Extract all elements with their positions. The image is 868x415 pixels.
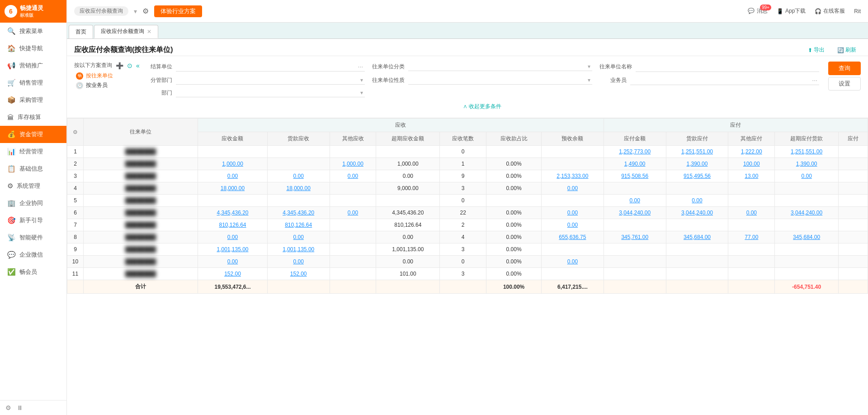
row-recv-goods-1 <box>267 158 330 170</box>
search-icon: 🔍 <box>7 27 16 35</box>
salesman-input[interactable]: ··· <box>630 76 819 85</box>
filter-collapse-scheme-icon[interactable]: « <box>136 62 140 69</box>
breadcrumb-chevron-icon[interactable]: ▾ <box>134 8 137 15</box>
row-pay-goods-6 <box>666 219 728 231</box>
row-num-9: 10 <box>67 256 84 268</box>
sidebar-item-purchase[interactable]: 📦 采购管理 <box>0 91 66 109</box>
scheme-by-partner[interactable]: 畅 按往来单位 <box>76 71 140 81</box>
department-select[interactable]: ▾ <box>176 89 365 97</box>
table-footer-row: 合计 19,553,472,6... 100.00% 6,417,215....… <box>67 280 868 294</box>
row-recv-prepay-9: 0.00 <box>541 256 604 268</box>
user-name[interactable]: Rit <box>854 8 861 14</box>
row-recv-ratio-1: 0.00% <box>486 158 542 170</box>
sidebar-settings-btn[interactable]: ⚙ <box>5 404 11 411</box>
th-recv-ratio: 应收款占比 <box>486 132 542 146</box>
row-recv-count-8: 3 <box>440 243 486 256</box>
partner-name-input[interactable] <box>636 62 819 72</box>
row-recv-ratio-5: 0.00% <box>486 207 542 219</box>
online-service-btn[interactable]: 🎧 在线客服 <box>815 7 845 15</box>
sidebar-label-inventory: 库存核算 <box>18 113 41 121</box>
scheme-salesman-label: 按业务员 <box>86 81 108 89</box>
partner-nature-select[interactable]: ▾ <box>408 76 592 85</box>
tab-close-icon[interactable]: ✕ <box>147 29 151 35</box>
row-recv-ratio-7: 0.00% <box>486 231 542 243</box>
operation-icon: 📊 <box>7 148 16 156</box>
sidebar-item-system[interactable]: ⚙ 系统管理 <box>0 177 66 195</box>
row-partner-4: ████████ <box>84 195 198 207</box>
th-settings[interactable]: ⚙ <box>67 119 84 146</box>
dept-select[interactable]: ▾ <box>176 76 365 85</box>
row-pay-amount-6 <box>604 219 666 231</box>
promo-button[interactable]: 体验行业方案 <box>154 5 202 17</box>
tab-home[interactable]: 首页 <box>69 25 93 38</box>
collapse-bar[interactable]: ∧ 收起更多条件 <box>145 101 819 112</box>
row-recv-count-7: 4 <box>440 231 486 243</box>
row-num-8: 9 <box>67 243 84 256</box>
sidebar-item-quick[interactable]: 🏠 快捷导航 <box>0 40 66 57</box>
row-recv-count-9: 0 <box>440 256 486 268</box>
app-download-btn[interactable]: 📱 App下载 <box>777 7 806 15</box>
scheme-by-salesman[interactable]: 🕐 按业务员 <box>76 81 140 90</box>
row-pay-extra-5 <box>839 207 868 219</box>
sidebar-item-sales[interactable]: 🛒 销售管理 <box>0 74 66 91</box>
system-icon: ⚙ <box>7 182 13 190</box>
footer-label: 合计 <box>84 280 198 294</box>
row-pay-extra-2 <box>839 170 868 182</box>
th-pay-overdue: 超期应付货款 <box>775 132 839 146</box>
sidebar-item-marketing[interactable]: 📢 营销推广 <box>0 57 66 74</box>
salesman-dotted-icon[interactable]: ··· <box>812 76 817 84</box>
refresh-icon: 🔄 <box>837 47 844 53</box>
sidebar-item-member[interactable]: ✅ 畅会员 <box>0 263 66 281</box>
table-settings-icon[interactable]: ⚙ <box>73 129 78 135</box>
sidebar-item-guide[interactable]: 🎯 新手引导 <box>0 212 66 229</box>
row-recv-prepay-3: 0.00 <box>541 182 604 195</box>
sidebar-item-wechat[interactable]: 💬 企业微信 <box>0 246 66 263</box>
settlement-input[interactable]: ··· <box>176 62 365 72</box>
row-num-2: 3 <box>67 170 84 182</box>
tab-receivable[interactable]: 应收应付余额查询 ✕ <box>94 25 158 38</box>
footer-pay-overdue: -654,751.40 <box>775 280 839 294</box>
sidebar-item-hardware[interactable]: 📡 智能硬件 <box>0 229 66 246</box>
query-button[interactable]: 查询 <box>828 62 861 75</box>
breadcrumb: 应收应付余额查询 <box>74 6 128 16</box>
row-pay-extra-10 <box>839 268 868 280</box>
filter-settings-scheme-icon[interactable]: ⊙ <box>127 62 132 69</box>
th-recv-amount: 应收金额 <box>198 132 268 146</box>
sidebar-collapse-btn[interactable]: ⏸ <box>17 404 23 411</box>
row-pay-overdue-7: 345,684.00 <box>775 231 839 243</box>
export-button[interactable]: ⬆ 导出 <box>803 44 829 56</box>
refresh-button[interactable]: 🔄 刷新 <box>833 44 861 56</box>
partner-name-label: 往来单位名称 <box>599 63 632 71</box>
row-recv-goods-4 <box>267 195 330 207</box>
sidebar-item-inventory[interactable]: 🏛 库存核算 <box>0 109 66 126</box>
settlement-dotted-icon[interactable]: ··· <box>358 63 363 70</box>
row-pay-amount-0: 1,252,773.00 <box>604 146 666 158</box>
sidebar: 6 畅捷通灵 标准版 🔍 搜索菜单 🏠 快捷导航 📢 营销推广 🛒 销售管理 📦… <box>0 0 67 415</box>
sidebar-item-basic[interactable]: 📋 基础信息 <box>0 160 66 177</box>
sidebar-item-operation[interactable]: 📊 经营管理 <box>0 143 66 160</box>
service-icon: 🎧 <box>815 8 821 14</box>
table-row: 4 ████████ 18,000.00 18,000.00 9,000.00 … <box>67 182 868 195</box>
row-pay-amount-9 <box>604 256 666 268</box>
table-row: 3 ████████ 0.00 0.00 0.00 0.00 9 0.00% 2… <box>67 170 868 182</box>
message-btn[interactable]: 💬 消息 99+ <box>748 7 768 15</box>
row-recv-count-6: 2 <box>440 219 486 231</box>
enterprise-icon: 🏢 <box>7 199 16 207</box>
settings-button[interactable]: 设置 <box>828 77 861 91</box>
row-pay-other-1: 100.00 <box>728 158 775 170</box>
row-pay-goods-3 <box>666 182 728 195</box>
topbar-gear-icon[interactable]: ⚙ <box>142 7 149 15</box>
row-pay-extra-9 <box>839 256 868 268</box>
table-row: 7 ████████ 810,126.64 810,126.64 810,126… <box>67 219 868 231</box>
app-download-icon: 📱 <box>777 8 783 14</box>
row-recv-prepay-6: 0.00 <box>541 219 604 231</box>
row-num-1: 2 <box>67 158 84 170</box>
purchase-icon: 📦 <box>7 96 16 104</box>
sidebar-item-search[interactable]: 🔍 搜索菜单 <box>0 23 66 40</box>
main-area: 应收应付余额查询 ▾ ⚙ 体验行业方案 💬 消息 99+ 📱 App下载 🎧 在… <box>67 0 868 415</box>
sidebar-label-hardware: 智能硬件 <box>19 234 43 242</box>
filter-add-btn[interactable]: ➕ <box>116 62 123 69</box>
sidebar-item-enterprise[interactable]: 🏢 企业协同 <box>0 195 66 212</box>
partner-category-select[interactable]: ▾ <box>408 62 592 71</box>
sidebar-item-finance[interactable]: 💰 资金管理 <box>0 126 66 143</box>
